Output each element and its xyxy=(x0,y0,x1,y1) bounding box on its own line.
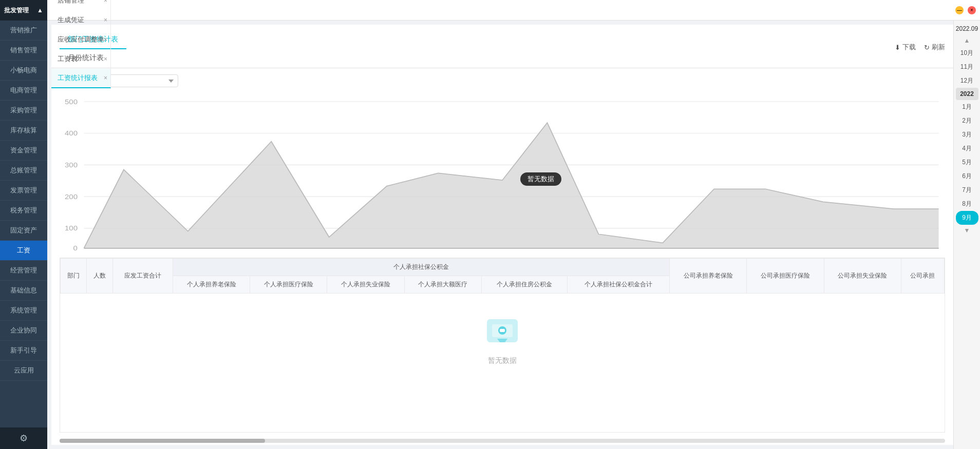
sidebar-item-guide[interactable]: 新手引导 xyxy=(0,341,47,361)
tab-close-store-manage[interactable]: × xyxy=(103,0,108,5)
tab-ar-ap[interactable]: 应收应付调整单× xyxy=(51,30,111,49)
download-button[interactable]: ⬇ 下载 xyxy=(895,43,916,52)
download-label: 下载 xyxy=(902,43,916,52)
sidebar-item-cloud[interactable]: 云应用 xyxy=(0,361,47,381)
horizontal-scrollbar[interactable] xyxy=(60,439,945,443)
col-personal-housing: 个人承担住房公积金 xyxy=(481,276,567,294)
tab-store-manage[interactable]: 店铺管理× xyxy=(51,0,111,10)
table-wrapper[interactable]: 部门 人数 应发工资合计 个人承担社保公积金 公司承担养老保险 公司承担医疗保险… xyxy=(60,258,945,433)
svg-text:500: 500 xyxy=(65,97,78,105)
empty-state: 暂无数据 xyxy=(60,294,945,381)
area-chart: 500 400 300 200 100 0 xyxy=(60,93,945,258)
date-item-8月[interactable]: 8月 xyxy=(956,197,978,211)
date-top-label: 2022.09 xyxy=(956,23,978,35)
tab-close-payroll-report[interactable]: × xyxy=(103,73,108,83)
download-icon: ⬇ xyxy=(895,44,900,51)
sidebar-item-ecommerce-small[interactable]: 小畅电商 xyxy=(0,61,47,81)
date-item-12月[interactable]: 12月 xyxy=(956,74,978,88)
sidebar-arrow[interactable]: ▲ xyxy=(37,7,43,14)
scrollbar-thumb[interactable] xyxy=(60,439,265,443)
sidebar-item-ecommerce[interactable]: 电商管理 xyxy=(0,81,47,101)
svg-rect-15 xyxy=(500,329,505,332)
main-panel: 部门工资统计表月份统计表 ⬇ 下载 ↻ 刷新 部门： 全部销售部财务部采购部仓储… xyxy=(51,25,953,445)
sidebar-item-purchase[interactable]: 采购管理 xyxy=(0,101,47,121)
refresh-button[interactable]: ↻ 刷新 xyxy=(924,43,945,52)
col-personal-med: 个人承担医疗保险 xyxy=(250,276,327,294)
svg-text:100: 100 xyxy=(65,224,78,232)
col-company-other: 公司承担 xyxy=(901,259,944,294)
col-company-med: 公司承担医疗保险 xyxy=(747,259,824,294)
chart-tooltip: 暂无数据 xyxy=(520,172,561,186)
col-company-unemploy: 公司承担失业保险 xyxy=(824,259,901,294)
sidebar-item-salary[interactable]: 工资 xyxy=(0,241,47,261)
sidebar-items: 营销推广销售管理小畅电商电商管理采购管理库存核算资金管理总账管理发票管理税务管理… xyxy=(0,21,47,381)
tab-payroll[interactable]: 工资表× xyxy=(51,49,111,69)
close-button[interactable]: × xyxy=(968,6,976,14)
col-count: 人数 xyxy=(86,259,112,294)
sidebar-item-tax[interactable]: 税务管理 xyxy=(0,201,47,221)
minimize-button[interactable]: — xyxy=(955,6,964,14)
date-items-container: 10月11月12月20221月2月3月4月5月6月7月8月9月 xyxy=(956,46,978,225)
col-dept: 部门 xyxy=(61,259,87,294)
refresh-label: 刷新 xyxy=(932,43,945,52)
main-area: 首页门店商品目录×销售单×店铺管理×生成凭证×应收应付调整单×工资表×工资统计报… xyxy=(47,0,980,449)
date-item-2月[interactable]: 2月 xyxy=(956,114,978,128)
tab-voucher[interactable]: 生成凭证× xyxy=(51,10,111,30)
col-personal-total: 个人承担社保公积金合计 xyxy=(567,276,670,294)
tab-close-payroll[interactable]: × xyxy=(103,54,108,64)
sidebar-item-finance[interactable]: 资金管理 xyxy=(0,141,47,161)
settings-button[interactable]: ⚙ xyxy=(0,427,47,449)
date-item-10月[interactable]: 10月 xyxy=(956,46,978,60)
toolbar: ⬇ 下载 ↻ 刷新 xyxy=(895,43,945,56)
col-personal-unemploy: 个人承担失业保险 xyxy=(327,276,404,294)
tab-close-ar-ap[interactable]: × xyxy=(103,35,108,44)
svg-text:200: 200 xyxy=(65,192,78,200)
sidebar-item-marketing[interactable]: 营销推广 xyxy=(0,21,47,41)
empty-icon xyxy=(482,309,523,350)
settings-icon: ⚙ xyxy=(20,433,28,443)
sidebar-item-basic[interactable]: 基础信息 xyxy=(0,281,47,301)
content-area: 部门工资统计表月份统计表 ⬇ 下载 ↻ 刷新 部门： 全部销售部财务部采购部仓储… xyxy=(47,21,980,449)
sidebar-item-invoice[interactable]: 发票管理 xyxy=(0,181,47,201)
sidebar-item-operations[interactable]: 经营管理 xyxy=(0,261,47,281)
col-total: 应发工资合计 xyxy=(112,259,173,294)
svg-text:400: 400 xyxy=(65,129,78,137)
date-item-2022[interactable]: 2022 xyxy=(956,88,978,100)
date-item-1月[interactable]: 1月 xyxy=(956,100,978,114)
window-controls: — × xyxy=(955,6,976,14)
date-item-11月[interactable]: 11月 xyxy=(956,60,978,74)
col-group-personal: 个人承担社保公积金 xyxy=(173,259,670,276)
date-item-6月[interactable]: 6月 xyxy=(956,169,978,183)
tab-close-voucher[interactable]: × xyxy=(103,15,108,25)
sidebar-item-sales[interactable]: 销售管理 xyxy=(0,41,47,61)
sidebar: 批发管理 ▲ 营销推广销售管理小畅电商电商管理采购管理库存核算资金管理总账管理发… xyxy=(0,0,47,449)
sidebar-item-enterprise[interactable]: 企业协同 xyxy=(0,321,47,341)
sidebar-item-system[interactable]: 系统管理 xyxy=(0,301,47,321)
tabs-container: 首页门店商品目录×销售单×店铺管理×生成凭证×应收应付调整单×工资表×工资统计报… xyxy=(51,0,111,88)
sub-tabs-bar: 部门工资统计表月份统计表 ⬇ 下载 ↻ 刷新 xyxy=(51,25,953,68)
svg-text:0: 0 xyxy=(73,244,78,252)
chart-area: 500 400 300 200 100 0 暂 xyxy=(51,93,953,258)
col-personal-old: 个人承担养老保险 xyxy=(173,276,250,294)
sidebar-header: 批发管理 ▲ xyxy=(0,0,47,21)
col-personal-major-med: 个人承担大额医疗 xyxy=(404,276,481,294)
refresh-icon: ↻ xyxy=(924,44,930,51)
date-item-7月[interactable]: 7月 xyxy=(956,183,978,197)
date-nav-down[interactable]: ▼ xyxy=(958,225,976,236)
date-item-4月[interactable]: 4月 xyxy=(956,142,978,155)
date-nav-up[interactable]: ▲ xyxy=(958,35,976,46)
tab-payroll-report[interactable]: 工资统计报表× xyxy=(51,69,111,88)
col-company-old: 公司承担养老保险 xyxy=(670,259,747,294)
right-sidebar: 2022.09 ▲ 10月11月12月20221月2月3月4月5月6月7月8月9… xyxy=(953,21,980,449)
date-item-5月[interactable]: 5月 xyxy=(956,155,978,169)
filter-bar: 部门： 全部销售部财务部采购部仓储部 xyxy=(51,68,953,93)
svg-text:300: 300 xyxy=(65,161,78,169)
date-item-9月[interactable]: 9月 xyxy=(956,211,978,225)
empty-text: 暂无数据 xyxy=(488,356,517,365)
date-item-3月[interactable]: 3月 xyxy=(956,128,978,142)
salary-table: 部门 人数 应发工资合计 个人承担社保公积金 公司承担养老保险 公司承担医疗保险… xyxy=(60,258,945,294)
sidebar-item-inventory[interactable]: 库存核算 xyxy=(0,121,47,141)
top-tabs-bar: 首页门店商品目录×销售单×店铺管理×生成凭证×应收应付调整单×工资表×工资统计报… xyxy=(47,0,980,21)
sidebar-item-assets[interactable]: 固定资产 xyxy=(0,221,47,241)
sidebar-item-ledger[interactable]: 总账管理 xyxy=(0,161,47,181)
